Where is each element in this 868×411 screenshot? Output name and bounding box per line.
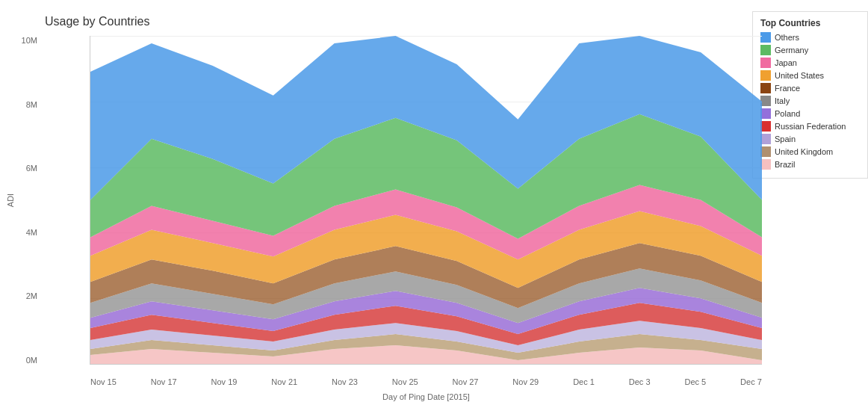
x-axis-label: Nov 19	[211, 377, 238, 386]
x-axis-label: Nov 17	[151, 377, 177, 386]
x-axis-label: Nov 15	[90, 377, 117, 386]
legend-title: Top Countries	[760, 18, 860, 28]
x-axis-label: Nov 21	[271, 377, 297, 386]
chart-title: Usage by Countries	[45, 15, 861, 28]
x-axis-title: Day of Ping Date [2015]	[382, 392, 470, 401]
chart-area: Nov 15Nov 17Nov 19Nov 21Nov 23Nov 25Nov …	[90, 36, 762, 365]
chart-container: Usage by Countries Top Countries OthersG…	[0, 0, 868, 411]
x-axis-label: Dec 7	[740, 377, 762, 386]
y-axis-label: 10M	[7, 36, 37, 45]
y-axis-labels: 10M8M6M4M2M0M	[7, 36, 37, 365]
x-axis-label: Dec 1	[573, 377, 595, 386]
x-axis-label: Dec 3	[629, 377, 651, 386]
y-axis-label: 6M	[7, 164, 37, 173]
x-axis-labels: Nov 15Nov 17Nov 19Nov 21Nov 23Nov 25Nov …	[90, 377, 762, 386]
x-axis-label: Nov 29	[512, 377, 539, 386]
y-axis-label: 4M	[7, 228, 37, 237]
area-chart-svg	[90, 36, 762, 364]
x-axis-label: Nov 27	[453, 377, 479, 386]
x-axis-label: Nov 23	[332, 377, 358, 386]
x-axis-label: Dec 5	[684, 377, 706, 386]
y-axis-label: 2M	[7, 291, 37, 300]
y-axis-label: 0M	[7, 356, 37, 365]
x-axis-label: Nov 25	[392, 377, 418, 386]
y-axis-label: 8M	[7, 100, 37, 109]
